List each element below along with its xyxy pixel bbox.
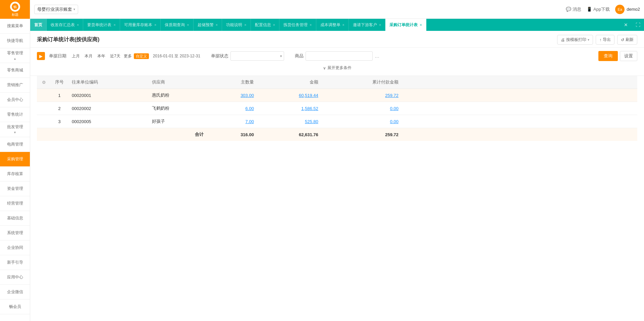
tab-close-icon[interactable]: ×: [187, 23, 189, 27]
sidebar-item-wechat[interactable]: 企业微信: [0, 285, 30, 300]
tab-pihuo-label: 拣货任务管理: [283, 22, 308, 28]
sidebar-item-newguide[interactable]: 新手引导: [0, 255, 30, 270]
column-settings-icon[interactable]: ⚙: [41, 79, 47, 85]
tab-pihuo[interactable]: 拣货任务管理 ×: [279, 19, 316, 31]
sidebar-item-enterprise[interactable]: 企业协同: [0, 240, 30, 255]
tab-gongneng-label: 功能说明: [226, 22, 242, 28]
sidebar-item-appcenter[interactable]: 应用中心: [0, 270, 30, 285]
goods-input[interactable]: [306, 51, 373, 61]
query-button[interactable]: 查询: [598, 51, 618, 61]
print-button[interactable]: 🖨 按模板打印 ▾: [557, 35, 593, 45]
tab-yaoqing[interactable]: 邀请下游客户 ×: [349, 19, 385, 31]
date-filter-label: 单据日期: [49, 53, 66, 59]
sidebar-item-basic[interactable]: 基础信息: [0, 211, 30, 226]
sidebar-item-retail-store[interactable]: 零售商城: [0, 63, 30, 78]
print-dropdown-icon: ▾: [588, 38, 589, 42]
tab-chengben[interactable]: 成本调整单 ×: [316, 19, 349, 31]
sidebar-item-quicknav[interactable]: 快捷导航: [0, 34, 30, 48]
sidebar-item-operations[interactable]: 经营管理: [0, 196, 30, 211]
row-amount[interactable]: 1,586.52: [258, 102, 322, 115]
tab-close-icon[interactable]: ×: [154, 23, 156, 27]
message-icon: 💬: [566, 7, 571, 12]
tab-keyong[interactable]: 可用量库存账本 ×: [120, 19, 161, 31]
row-paid-amount[interactable]: 259.72: [322, 89, 402, 102]
tab-close-icon[interactable]: ×: [77, 23, 79, 27]
chevron-down-icon: ▲: [13, 57, 16, 61]
tab-shoufa[interactable]: 收发存汇总表 ×: [47, 19, 83, 31]
sidebar-item-wholesale[interactable]: 批发管理 ▼: [0, 122, 30, 137]
export-button[interactable]: ↑ 导出: [596, 35, 614, 45]
tab-caigou[interactable]: 采购订单统计表 ×: [385, 19, 426, 31]
tab-yaohuo[interactable]: 要货单统计表 ×: [83, 19, 120, 31]
row-extra: [402, 115, 637, 128]
status-select[interactable]: [230, 51, 284, 61]
col-paid-amount: 累计付款金额: [322, 76, 402, 89]
row-paid-amount[interactable]: 0.00: [322, 102, 402, 115]
row-quantity[interactable]: 6.00: [208, 102, 258, 115]
sidebar-item-member[interactable]: 会员中心: [0, 93, 30, 107]
row-no: 2: [51, 102, 68, 115]
row-paid-amount[interactable]: 0.00: [322, 115, 402, 128]
tab-close-icon[interactable]: ×: [310, 23, 312, 27]
sidebar-item-purchase[interactable]: 采购管理: [0, 152, 30, 167]
filter-toggle-button[interactable]: ▶: [37, 52, 45, 60]
tab-chaochun[interactable]: 超储预警 ×: [194, 19, 222, 31]
company-selector[interactable]: 母婴行业演示账套 ▾: [34, 5, 78, 14]
sidebar-item-retail[interactable]: 零售管理 ▲: [0, 48, 30, 63]
more-options-icon[interactable]: …: [375, 53, 379, 59]
date-opt-more[interactable]: 更多: [124, 53, 132, 59]
printer-icon: 🖨: [561, 38, 565, 42]
sidebar-item-system[interactable]: 系统管理: [0, 226, 30, 240]
sidebar-item-ecommerce[interactable]: 电商管理: [0, 137, 30, 152]
tab-right-actions: ✕ ⛶: [620, 19, 644, 31]
date-opt-this-month[interactable]: 本月: [83, 53, 94, 60]
date-range-display: 2016-01-01 至 2023-12-31: [153, 53, 200, 59]
maximize-button[interactable]: ⛶: [632, 19, 644, 31]
row-quantity[interactable]: 303.00: [208, 89, 258, 102]
status-select-wrapper: [230, 51, 284, 61]
sidebar-item-inventory[interactable]: 库存核算: [0, 167, 30, 181]
tab-close-icon[interactable]: ×: [420, 23, 422, 27]
tab-gongneng[interactable]: 功能说明 ×: [222, 19, 251, 31]
page-inner: 采购订单统计表(按供应商) 🖨 按模板打印 ▾ ↑ 导出 ↺ 刷新: [30, 31, 644, 321]
sidebar-logo[interactable]: 畅 标题: [0, 0, 30, 19]
table-body: 1 00020001 惠氏奶粉 303.00 60,519.44 259.72 …: [37, 89, 637, 128]
row-quantity[interactable]: 7.00: [208, 115, 258, 128]
tab-home[interactable]: 首页: [30, 19, 47, 31]
date-opt-7days[interactable]: 近7天: [109, 53, 122, 60]
username: demo2: [627, 7, 640, 12]
expand-more-button[interactable]: ∨ 展开更多条件: [37, 64, 637, 72]
refresh-icon: ↺: [621, 38, 624, 42]
tab-close-icon[interactable]: ×: [379, 23, 381, 27]
sidebar-item-vip[interactable]: 畅会员: [0, 300, 30, 314]
message-button[interactable]: 💬 消息: [566, 6, 581, 12]
settings-button[interactable]: 设置: [620, 51, 637, 61]
refresh-button[interactable]: ↺ 刷新: [617, 35, 637, 45]
app-download-button[interactable]: 📱 App下载: [587, 6, 610, 12]
tab-keyong-label: 可用量库存账本: [124, 22, 152, 28]
logo-icon: 畅: [10, 2, 20, 12]
tabbar: 首页 收发存汇总表 × 要货单统计表 × 可用量库存账本 × 保质期查询 × 超…: [30, 19, 644, 31]
sidebar-item-finance[interactable]: 资金管理: [0, 181, 30, 196]
sidebar-item-search[interactable]: 搜索菜单: [0, 19, 30, 34]
sidebar-item-marketing[interactable]: 营销推广: [0, 78, 30, 93]
user-profile[interactable]: Ea demo2: [615, 5, 640, 14]
tab-close-icon[interactable]: ×: [342, 23, 344, 27]
tab-close-icon[interactable]: ×: [216, 23, 218, 27]
tab-close-icon[interactable]: ×: [244, 23, 246, 27]
export-icon: ↑: [599, 38, 601, 42]
sidebar-item-retail-stats[interactable]: 零售统计: [0, 107, 30, 122]
row-amount[interactable]: 60,519.44: [258, 89, 322, 102]
date-custom-badge[interactable]: 自定义: [134, 53, 149, 59]
close-tab-button[interactable]: ✕: [620, 19, 632, 31]
tab-peizhi[interactable]: 配置信息 ×: [251, 19, 279, 31]
date-options: 上月 本月 本年 近7天 更多 自定义: [70, 53, 149, 60]
tab-close-icon[interactable]: ×: [273, 23, 275, 27]
row-amount[interactable]: 525.80: [258, 115, 322, 128]
tab-peizhi-label: 配置信息: [255, 22, 271, 28]
date-opt-this-year[interactable]: 本年: [96, 53, 107, 60]
col-amount: 金额: [258, 76, 322, 89]
tab-close-icon[interactable]: ×: [113, 23, 115, 27]
tab-baozhi[interactable]: 保质期查询 ×: [161, 19, 193, 31]
date-opt-last-month[interactable]: 上月: [70, 53, 81, 60]
